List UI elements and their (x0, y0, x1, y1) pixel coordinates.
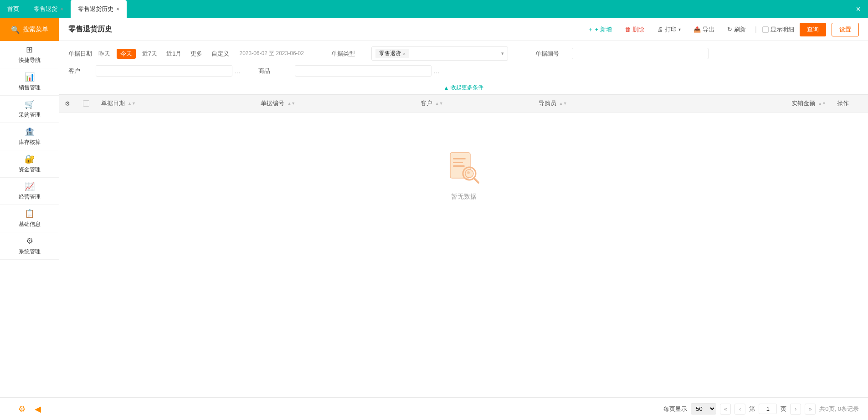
date-opt-1month[interactable]: 近1月 (164, 49, 184, 59)
date-opt-7days[interactable]: 近7天 (139, 49, 160, 59)
sidebar-item-purchase-mgmt[interactable]: 🛒 采购管理 (0, 96, 59, 123)
last-page-button[interactable]: » (805, 404, 816, 415)
th-operations-label: 操作 (837, 100, 849, 107)
th-checkbox[interactable] (77, 95, 96, 113)
data-table: ⚙ 单据日期 ▲▼ 单据编号 (59, 95, 868, 237)
sidebar-item-basic-info-label: 基础信息 (19, 220, 41, 228)
svg-rect-1 (453, 158, 466, 159)
delete-icon: 🗑 (625, 26, 631, 33)
column-settings-icon[interactable]: ⚙ (65, 100, 70, 107)
page-of-label: 页 (781, 405, 786, 413)
doc-date-sort[interactable]: ▲▼ (128, 102, 136, 106)
customer-input[interactable] (96, 65, 232, 77)
page-size-select[interactable]: 10 20 50 100 (691, 403, 716, 415)
date-opt-today[interactable]: 今天 (117, 49, 136, 59)
sidebar-item-sales-mgmt-label: 销售管理 (19, 84, 41, 92)
sidebar-item-system-mgmt[interactable]: ⚙ 系统管理 (0, 232, 59, 260)
print-button[interactable]: 🖨 打印 ▾ (653, 24, 684, 36)
sidebar-item-basic-info[interactable]: 📋 基础信息 (0, 205, 59, 232)
new-button[interactable]: ＋ + 新增 (584, 24, 616, 36)
action-separator: | (755, 26, 757, 34)
page-info: 共0页, 0条记录 (819, 405, 859, 413)
th-guide[interactable]: 导购员 ▲▼ (533, 95, 672, 113)
purchase-icon: 🛒 (25, 99, 35, 109)
window-close-button[interactable]: × (848, 5, 868, 14)
sidebar-item-operations-mgmt-label: 经营管理 (19, 193, 41, 201)
goods-filter-label: 商品 (258, 67, 295, 75)
tab-retail-return-close[interactable]: × (60, 6, 63, 12)
sidebar: 🔍 搜索菜单 ⊞ 快捷导航 📊 销售管理 🛒 采购管理 🏦 库存核算 🔐 (0, 18, 59, 420)
refresh-button[interactable]: ↻ 刷新 (724, 24, 750, 36)
delete-label: 删除 (632, 26, 644, 34)
actual-amount-sort[interactable]: ▲▼ (818, 102, 826, 106)
date-opt-yesterday[interactable]: 昨天 (96, 49, 113, 59)
first-page-button[interactable]: « (720, 404, 731, 415)
type-tag-remove[interactable]: × (403, 51, 406, 56)
tab-retail-return-history-close[interactable]: × (116, 6, 119, 12)
quick-nav-icon: ⊞ (26, 45, 33, 55)
sidebar-item-quick-nav-label: 快捷导航 (19, 56, 41, 64)
delete-button[interactable]: 🗑 删除 (621, 24, 648, 36)
date-opt-more[interactable]: 更多 (188, 49, 205, 59)
th-doc-date[interactable]: 单据日期 ▲▼ (96, 95, 255, 113)
new-icon: ＋ (587, 26, 593, 34)
search-menu-button[interactable]: 🔍 搜索菜单 (0, 18, 59, 41)
th-actual-amount-label: 实销金额 (791, 99, 815, 108)
sidebar-item-quick-nav[interactable]: ⊞ 快捷导航 (0, 41, 59, 68)
next-page-button[interactable]: › (790, 404, 801, 415)
pagination-bar: 每页显示 10 20 50 100 « ‹ 第 页 › » 共0页, 0条记录 (59, 397, 868, 420)
goods-input[interactable] (295, 65, 431, 77)
new-label: + 新增 (595, 26, 612, 34)
tab-home[interactable]: 首页 (0, 0, 26, 18)
doc-number-filter-label: 单据编号 (535, 50, 572, 58)
refresh-label: 刷新 (734, 26, 746, 34)
doc-number-sort[interactable]: ▲▼ (287, 102, 295, 106)
show-detail-checkbox[interactable] (762, 26, 769, 33)
show-detail-label: 显示明细 (770, 26, 794, 34)
page-goto-label: 第 (749, 405, 755, 413)
th-settings[interactable]: ⚙ (59, 95, 77, 113)
prev-page-button[interactable]: ‹ (734, 404, 745, 415)
sidebar-item-inventory[interactable]: 🏦 库存核算 (0, 123, 59, 150)
sidebar-bottom: ⚙ ◀ (0, 397, 59, 420)
select-all-checkbox[interactable] (83, 100, 89, 107)
empty-state-text: 暂无数据 (451, 193, 477, 201)
type-tag-label: 零售退货 (379, 50, 401, 57)
settings-button[interactable]: 设置 (832, 23, 859, 36)
tab-retail-return-history[interactable]: 零售退货历史 × (71, 0, 127, 18)
header-actions: ＋ + 新增 🗑 删除 🖨 打印 ▾ 📤 导出 ↻ (584, 23, 859, 36)
th-actual-amount[interactable]: 实销金额 ▲▼ (672, 95, 832, 113)
tab-retail-return[interactable]: 零售退货 × (26, 0, 71, 18)
sidebar-item-sales-mgmt[interactable]: 📊 销售管理 (0, 68, 59, 96)
table-body: 暂无数据 (59, 113, 868, 238)
collapse-icon: ▲ (444, 85, 449, 91)
doc-number-input[interactable] (572, 48, 709, 59)
th-customer[interactable]: 客户 ▲▼ (415, 95, 533, 113)
guide-sort[interactable]: ▲▼ (559, 102, 567, 106)
date-opt-custom[interactable]: 自定义 (209, 49, 232, 59)
sidebar-item-inventory-label: 库存核算 (19, 138, 41, 146)
system-icon: ⚙ (26, 236, 33, 246)
th-operations: 操作 (832, 95, 868, 113)
collapse-sidebar-icon[interactable]: ◀ (35, 404, 41, 414)
type-filter-label: 单据类型 (331, 50, 368, 58)
print-label: 打印 (665, 26, 677, 34)
sidebar-item-finance-mgmt[interactable]: 🔐 资金管理 (0, 150, 59, 178)
top-bar: 首页 零售退货 × 零售退货历史 × × (0, 0, 868, 18)
sidebar-item-finance-mgmt-label: 资金管理 (19, 166, 41, 174)
tab-home-label: 首页 (7, 5, 19, 13)
export-button[interactable]: 📤 导出 (690, 24, 718, 36)
refresh-icon: ↻ (727, 26, 732, 33)
sidebar-item-operations-mgmt[interactable]: 📈 经营管理 (0, 178, 59, 205)
type-selector[interactable]: 零售退货 × ▾ (371, 46, 508, 61)
customer-sort[interactable]: ▲▼ (435, 102, 443, 106)
collapse-bar[interactable]: ▲ 收起更多条件 (68, 81, 859, 94)
page-number-input[interactable] (759, 404, 777, 414)
per-page-label: 每页显示 (663, 405, 687, 413)
settings-bottom-icon[interactable]: ⚙ (18, 404, 26, 414)
query-button[interactable]: 查询 (800, 23, 826, 36)
svg-rect-2 (453, 162, 463, 163)
finance-icon: 🔐 (25, 154, 35, 164)
date-range-text: 2023-06-02 至 2023-06-02 (239, 50, 303, 57)
th-doc-number[interactable]: 单据编号 ▲▼ (255, 95, 415, 113)
